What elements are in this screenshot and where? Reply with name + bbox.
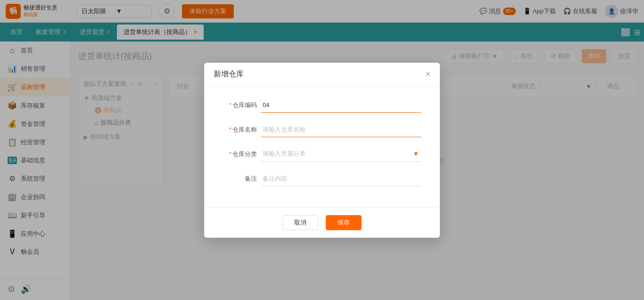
remark-input[interactable] (261, 171, 421, 186)
warehouse-code-label: 仓库编码 (223, 101, 261, 109)
modal-close-button[interactable]: × (425, 70, 430, 78)
warehouse-code-input[interactable] (261, 98, 421, 113)
remark-label: 备注 (223, 175, 261, 183)
warehouse-code-row: 仓库编码 (223, 98, 421, 113)
remark-row: 备注 (223, 171, 421, 186)
warehouse-name-row: 仓库名称 (223, 122, 421, 137)
new-warehouse-modal: 新增仓库 × 仓库编码 仓库名称 仓库分类 请输入所属分类 ▼ (204, 63, 440, 238)
warehouse-category-select[interactable]: 请输入所属分类 ▼ (261, 147, 421, 162)
category-chevron-icon: ▼ (413, 150, 419, 158)
warehouse-category-row: 仓库分类 请输入所属分类 ▼ (223, 147, 421, 162)
cancel-button[interactable]: 取消 (282, 215, 318, 230)
save-button[interactable]: 保存 (326, 215, 362, 230)
modal-header: 新增仓库 × (204, 63, 440, 86)
warehouse-category-label: 仓库分类 (223, 150, 261, 158)
warehouse-name-input[interactable] (261, 122, 421, 137)
warehouse-category-placeholder: 请输入所属分类 (263, 150, 305, 158)
modal-title: 新增仓库 (214, 69, 244, 79)
modal-overlay: 新增仓库 × 仓库编码 仓库名称 仓库分类 请输入所属分类 ▼ (0, 0, 644, 300)
modal-body: 仓库编码 仓库名称 仓库分类 请输入所属分类 ▼ 备注 (204, 86, 440, 207)
warehouse-name-label: 仓库名称 (223, 125, 261, 134)
modal-footer: 取消 保存 (204, 207, 440, 238)
